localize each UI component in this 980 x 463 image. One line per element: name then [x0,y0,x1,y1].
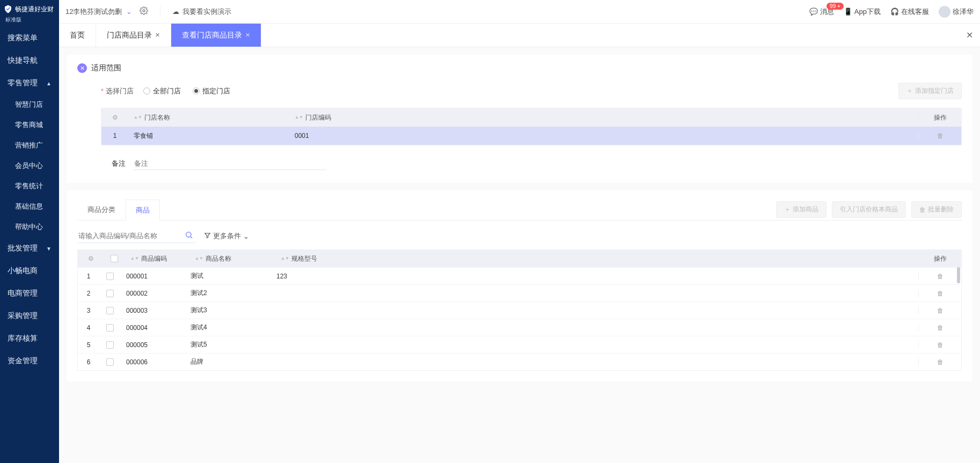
tab-product[interactable]: 商品 [126,200,160,221]
close-all-tabs[interactable]: ✕ [959,24,980,47]
messages-link[interactable]: 💬 消息 99 + [809,7,834,17]
row-checkbox[interactable] [106,273,114,280]
product-search [77,229,195,243]
close-icon[interactable]: ✕ [245,32,250,39]
row-no: 1 [78,273,99,280]
table-row[interactable]: 6000006品牌🗑 [78,353,961,370]
store-table: ⚙ ▲▼门店名称 ▲▼门店编码 操作 1零食铺0001🗑 [101,108,962,145]
sort-icon[interactable]: ▲▼ [295,116,303,119]
table-row[interactable]: 5000005测试5🗑 [78,336,961,353]
gear-icon[interactable] [140,6,148,17]
sidebar-ec[interactable]: 小畅电商 [0,260,59,282]
message-badge: 99 + [827,3,844,10]
radio-all-stores[interactable]: 全部门店 [143,86,181,96]
demo-label: 我要看实例演示 [182,7,231,17]
sidebar-purchase[interactable]: 采购管理 [0,305,59,327]
sidebar-wholesale[interactable]: 批发管理▼ [0,237,59,260]
product-name: 测试2 [185,289,271,298]
side-menu: 搜索菜单 快捷导航 零售管理▲ 智慧门店 零售商城 营销推广 会员中心 零售统计… [0,27,59,463]
row-checkbox[interactable] [106,307,114,314]
trash-icon[interactable]: 🗑 [937,290,944,297]
table-row[interactable]: 4000004测试4🗑 [78,319,961,336]
trash-icon[interactable]: 🗑 [937,324,944,332]
tab-home[interactable]: 首页 [59,24,96,47]
store-radio-group: 全部门店 指定门店 [143,86,230,96]
user-menu[interactable]: 徐泽华 [939,6,974,18]
table-row[interactable]: 1000001测试123🗑 [78,267,961,284]
row-checkbox[interactable] [106,324,114,332]
radio-specific-stores[interactable]: 指定门店 [193,86,230,96]
chevron-down-icon: ⌄ [126,8,132,16]
row-checkbox[interactable] [106,341,114,349]
tab-view-catalog[interactable]: 查看门店商品目录✕ [171,24,261,47]
more-filters[interactable]: 更多条件 ⌄ [204,231,249,241]
trash-icon[interactable]: 🗑 [937,273,944,280]
svg-point-0 [143,10,145,12]
chevron-down-icon: ⌄ [243,232,249,240]
product-name: 品牌 [185,357,271,366]
sidebar-quick-nav[interactable]: 快捷导航 [0,49,59,72]
plus-icon: ＋ [784,205,791,214]
app-download-link[interactable]: 📱 App下载 [844,7,881,17]
remark-input[interactable] [133,157,326,170]
logo-text: 畅捷通好业财 [15,5,54,14]
import-price-button[interactable]: 引入门店价格本商品 [832,201,906,218]
scrollbar[interactable] [957,267,960,283]
sidebar-help[interactable]: 帮助中心 [0,217,59,237]
cloud-icon: ☁ [172,8,179,16]
search-icon[interactable] [182,231,195,241]
add-store-button[interactable]: ＋添加指定门店 [898,83,962,99]
scope-panel: ✕ 适用范围 *选择门店 全部门店 指定门店 ＋添加指定门店 ⚙ ▲▼门店名称 [67,55,972,183]
trash-icon[interactable]: 🗑 [937,358,944,366]
row-checkbox[interactable] [106,290,114,297]
trash-icon[interactable]: 🗑 [937,132,944,139]
sort-icon[interactable]: ▲▼ [134,116,142,119]
entity-name: 12李艳芬测试勿删 [65,7,122,17]
logo: 畅捷通好业财 [0,0,59,16]
table-row[interactable]: 1零食铺0001🗑 [101,127,961,145]
sidebar-search[interactable]: 搜索菜单 [0,27,59,49]
add-product-button[interactable]: ＋添加商品 [776,201,827,218]
product-code: 000001 [121,273,185,280]
batch-delete-button[interactable]: 🗑批量删除 [911,201,962,218]
product-spec: 123 [271,273,918,280]
table-row[interactable]: 3000003测试3🗑 [78,302,961,319]
brand-icon [3,4,13,14]
sidebar-stock[interactable]: 库存核算 [0,327,59,350]
tab-catalog[interactable]: 门店商品目录✕ [96,24,171,47]
sidebar-stats[interactable]: 零售统计 [0,176,59,196]
support-link[interactable]: 🎧 在线客服 [890,7,929,17]
sidebar-member[interactable]: 会员中心 [0,156,59,176]
product-name: 测试 [185,271,271,281]
select-all-checkbox[interactable] [111,255,118,262]
sidebar-retail[interactable]: 零售管理▲ [0,72,59,94]
entity-selector[interactable]: 12李艳芬测试勿删 ⌄ [65,7,132,17]
avatar [939,6,950,18]
sort-icon[interactable]: ▲▼ [281,257,289,260]
sidebar-mall[interactable]: 零售商城 [0,115,59,135]
chevron-up-icon: ▲ [46,80,52,86]
sidebar-ecomm[interactable]: 电商管理 [0,282,59,305]
product-search-input[interactable] [77,229,182,242]
gear-icon[interactable]: ⚙ [112,114,118,121]
tab-category[interactable]: 商品分类 [77,199,126,220]
gear-icon[interactable]: ⚙ [88,255,94,262]
sidebar-baseinfo[interactable]: 基础信息 [0,196,59,217]
trash-icon[interactable]: 🗑 [937,307,944,314]
product-table: ⚙ ▲▼商品编码 ▲▼商品名称 ▲▼规格型号 操作 1000001测试123🗑2… [77,249,962,371]
store-label: *选择门店 [101,86,134,96]
sidebar-marketing[interactable]: 营销推广 [0,135,59,156]
sidebar-fund[interactable]: 资金管理 [0,350,59,372]
trash-icon[interactable]: 🗑 [937,341,944,349]
sort-icon[interactable]: ▲▼ [195,257,203,260]
table-row[interactable]: 2000002测试2🗑 [78,284,961,302]
content: ✕ 适用范围 *选择门店 全部门店 指定门店 ＋添加指定门店 ⚙ ▲▼门店名称 [59,47,980,463]
version-label: 标准版 [0,16,59,24]
demo-link[interactable]: ☁ 我要看实例演示 [172,7,231,17]
svg-point-1 [186,232,191,237]
close-icon[interactable]: ✕ [155,32,160,39]
product-tabs: 商品分类 商品 ＋添加商品 引入门店价格本商品 🗑批量删除 [77,199,962,221]
row-checkbox[interactable] [106,358,114,366]
sidebar-smart[interactable]: 智慧门店 [0,94,59,115]
sort-icon[interactable]: ▲▼ [130,257,139,260]
